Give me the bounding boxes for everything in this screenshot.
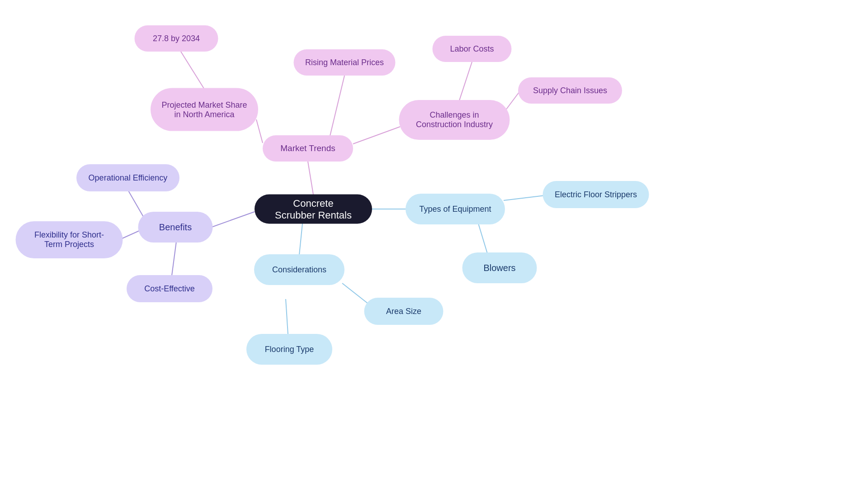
node-projected-market-share[interactable]: Projected Market Share in North America — [151, 88, 258, 131]
line-types-electric — [504, 195, 545, 200]
line-challenges-labor — [459, 62, 472, 102]
node-flooring-type-label: Flooring Type — [265, 345, 314, 354]
node-center-label: Concrete Scrubber Rentals — [273, 197, 354, 221]
node-labor-costs-label: Labor Costs — [450, 44, 494, 54]
node-benefits[interactable]: Benefits — [138, 212, 213, 243]
node-flooring-type[interactable]: Flooring Type — [246, 334, 332, 365]
node-considerations-label: Considerations — [272, 265, 326, 275]
node-blowers[interactable]: Blowers — [462, 252, 537, 283]
line-market-rising — [330, 76, 344, 136]
node-market-trends-label: Market Trends — [280, 143, 335, 153]
node-challenges-construction[interactable]: Challenges in Construction Industry — [399, 100, 510, 140]
line-center-benefits — [212, 212, 255, 227]
node-operational-efficiency-label: Operational Efficiency — [89, 173, 168, 183]
line-benefits-operational — [128, 190, 145, 219]
line-center-market-trends — [308, 162, 313, 195]
node-types-of-equipment[interactable]: Types of Equipment — [406, 194, 505, 224]
node-27-8-by-2034-label: 27.8 by 2034 — [153, 34, 200, 43]
node-challenges-construction-label: Challenges in Construction Industry — [410, 110, 499, 129]
node-rising-material-prices[interactable]: Rising Material Prices — [294, 49, 396, 76]
node-blowers-label: Blowers — [483, 263, 515, 273]
line-projected-278 — [181, 52, 204, 89]
node-cost-effective[interactable]: Cost-Effective — [127, 275, 212, 302]
node-flexibility-short-term-label: Flexibility for Short-Term Projects — [27, 230, 112, 249]
node-supply-chain-issues[interactable]: Supply Chain Issues — [518, 77, 622, 104]
node-electric-floor-strippers[interactable]: Electric Floor Strippers — [543, 181, 649, 208]
node-center[interactable]: Concrete Scrubber Rentals — [255, 195, 372, 224]
line-benefits-flexibility — [121, 231, 139, 239]
line-market-projected — [256, 119, 263, 143]
node-electric-floor-strippers-label: Electric Floor Strippers — [555, 190, 637, 200]
node-operational-efficiency[interactable]: Operational Efficiency — [76, 164, 179, 191]
node-area-size-label: Area Size — [386, 307, 421, 316]
line-market-challenges — [353, 127, 400, 144]
node-benefits-label: Benefits — [159, 222, 192, 233]
node-flexibility-short-term[interactable]: Flexibility for Short-Term Projects — [16, 221, 123, 258]
line-considerations-flooring — [286, 299, 288, 334]
node-rising-material-prices-label: Rising Material Prices — [305, 58, 384, 67]
node-27-8-by-2034[interactable]: 27.8 by 2034 — [135, 25, 218, 52]
line-types-blowers — [478, 224, 487, 253]
node-area-size[interactable]: Area Size — [364, 298, 443, 325]
node-projected-market-share-label: Projected Market Share in North America — [161, 100, 247, 119]
node-considerations[interactable]: Considerations — [254, 254, 344, 285]
node-types-of-equipment-label: Types of Equipment — [419, 205, 491, 214]
node-labor-costs[interactable]: Labor Costs — [433, 36, 512, 62]
line-considerations-area — [342, 283, 370, 305]
node-market-trends[interactable]: Market Trends — [263, 135, 353, 162]
node-cost-effective-label: Cost-Effective — [144, 284, 195, 294]
line-center-considerations — [299, 224, 302, 255]
line-benefits-cost — [172, 242, 176, 276]
node-supply-chain-issues-label: Supply Chain Issues — [533, 86, 607, 95]
